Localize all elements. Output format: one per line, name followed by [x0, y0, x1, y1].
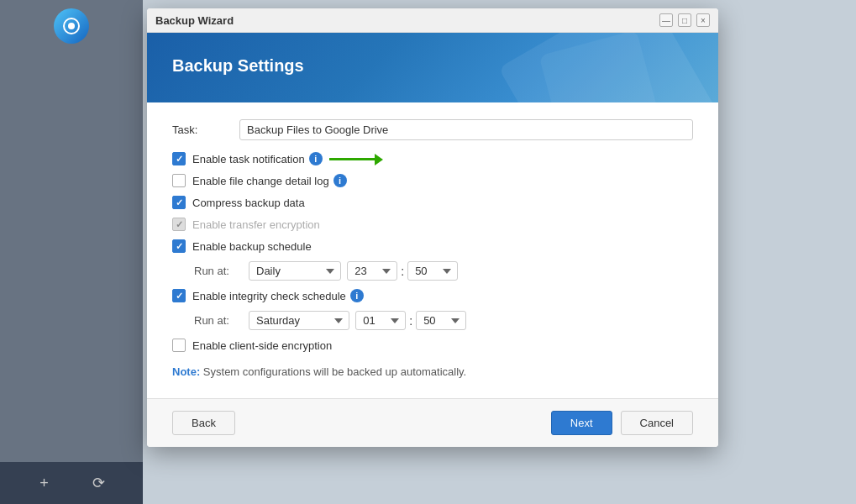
- section-title: Backup Settings: [172, 56, 693, 76]
- integrity-day-select[interactable]: Saturday SundayMondayTuesday WednesdayTh…: [249, 311, 349, 330]
- arrow-indicator: [329, 152, 383, 165]
- backup-run-label: Run at:: [194, 265, 249, 277]
- backup-minute-select[interactable]: 50 0010203040: [407, 261, 458, 281]
- time-colon-2: :: [409, 314, 412, 328]
- integrity-hour-select[interactable]: 01 0002030405 0607080910 1112131415 1617…: [355, 311, 406, 330]
- taskbar: + ⟳: [0, 0, 143, 504]
- maximize-button[interactable]: □: [678, 13, 691, 27]
- integrity-schedule-label: Enable integrity check schedule: [192, 290, 346, 302]
- taskbar-bottom: + ⟳: [0, 462, 143, 504]
- integrity-schedule-checkbox[interactable]: [172, 289, 186, 302]
- desktop: + ⟳ Backup Wizard — □ × Backup Settings …: [0, 0, 856, 504]
- task-label: Task:: [172, 123, 239, 136]
- file-change-info-icon[interactable]: i: [333, 174, 347, 187]
- enable-notification-row: Enable task notification i: [172, 152, 693, 165]
- minimize-button[interactable]: —: [659, 13, 673, 27]
- file-change-checkbox[interactable]: [172, 174, 186, 187]
- integrity-info-icon[interactable]: i: [350, 289, 364, 302]
- time-colon-1: :: [401, 265, 404, 278]
- enable-notification-checkbox[interactable]: [172, 152, 186, 165]
- notification-info-icon[interactable]: i: [309, 152, 323, 165]
- compress-row: Compress backup data: [172, 196, 693, 209]
- dialog-title: Backup Wizard: [155, 14, 234, 27]
- transfer-encryption-label: Enable transfer encryption: [192, 218, 320, 231]
- note-text: System configurations will be backed up …: [203, 365, 466, 378]
- svg-point-1: [68, 23, 75, 29]
- dialog-body: Task: Enable task notification i Enable …: [147, 102, 718, 398]
- client-encryption-label: Enable client-side encryption: [192, 339, 332, 352]
- integrity-run-label: Run at:: [194, 314, 249, 327]
- backup-schedule-row: Enable backup schedule: [172, 239, 693, 253]
- dialog-controls: — □ ×: [659, 13, 710, 27]
- close-button[interactable]: ×: [696, 13, 710, 27]
- transfer-encryption-checkbox: [172, 218, 186, 231]
- add-button[interactable]: +: [33, 471, 56, 495]
- dialog-footer: Back Next Cancel: [147, 398, 718, 447]
- compress-checkbox[interactable]: [172, 196, 186, 209]
- file-change-row: Enable file change detail log i: [172, 174, 693, 187]
- backup-schedule-checkbox[interactable]: [172, 239, 186, 253]
- integrity-run-row: Run at: Saturday SundayMondayTuesday Wed…: [172, 311, 693, 330]
- client-encryption-checkbox[interactable]: [172, 339, 186, 352]
- backup-schedule-label: Enable backup schedule: [192, 240, 312, 253]
- integrity-schedule-row: Enable integrity check schedule i: [172, 289, 693, 302]
- footer-right-buttons: Next Cancel: [551, 411, 693, 435]
- task-row: Task:: [172, 119, 693, 140]
- app-icon: [54, 8, 89, 44]
- dialog-titlebar: Backup Wizard — □ ×: [147, 8, 718, 33]
- transfer-encryption-row: Enable transfer encryption: [172, 218, 693, 231]
- backup-wizard-dialog: Backup Wizard — □ × Backup Settings Task…: [147, 8, 718, 447]
- cancel-button[interactable]: Cancel: [621, 411, 693, 435]
- task-input[interactable]: [239, 119, 693, 140]
- backup-run-row: Run at: Daily Weekly Monthly 23 00010203…: [172, 261, 693, 281]
- note-row: Note: System configurations will be back…: [172, 365, 693, 378]
- history-button[interactable]: ⟳: [87, 471, 111, 495]
- enable-notification-label: Enable task notification: [192, 153, 305, 165]
- client-encryption-row: Enable client-side encryption: [172, 339, 693, 352]
- file-change-label: Enable file change detail log: [192, 175, 329, 187]
- compress-label: Compress backup data: [192, 197, 305, 209]
- dialog-header: Backup Settings: [147, 33, 718, 102]
- backup-frequency-select[interactable]: Daily Weekly Monthly: [249, 261, 341, 281]
- back-button[interactable]: Back: [172, 411, 235, 435]
- backup-hour-select[interactable]: 23 0001020304 0506070809 1011121314 1516…: [347, 261, 397, 281]
- next-button[interactable]: Next: [551, 411, 612, 435]
- note-label: Note:: [172, 365, 200, 378]
- integrity-minute-select[interactable]: 50 0010203040: [416, 311, 466, 330]
